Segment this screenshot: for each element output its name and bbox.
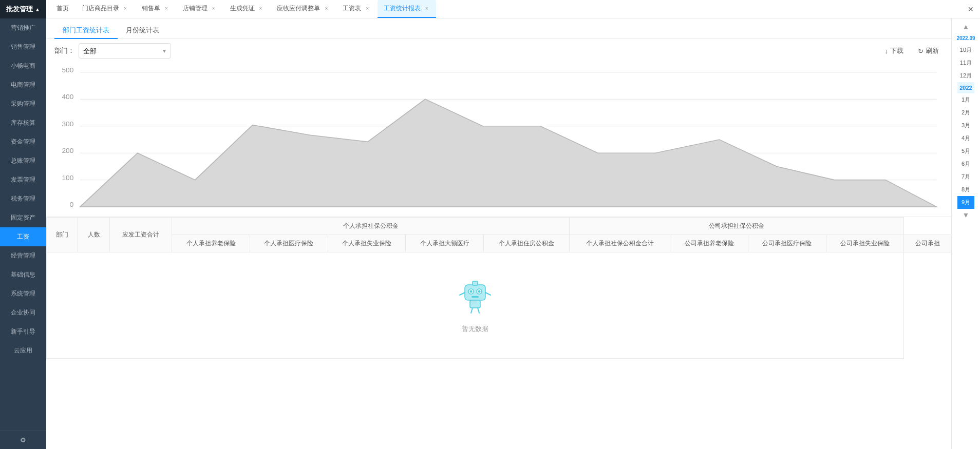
sidebar-header: 批发管理 ▲ — [0, 0, 46, 18]
svg-line-22 — [478, 308, 479, 313]
sub-tab-bar: 部门工资统计表 月份统计表 — [46, 18, 951, 39]
tab-label-ar-ap: 应收应付调整单 — [277, 4, 320, 13]
tab-close-payroll-report[interactable]: × — [424, 5, 430, 12]
dept-select[interactable]: 全部 — [79, 43, 171, 58]
svg-rect-18 — [472, 296, 479, 298]
th-total-salary: 应发工资合计 — [109, 218, 172, 252]
download-icon: ↓ — [885, 47, 889, 55]
month-item-2023-07[interactable]: 7月 — [957, 170, 974, 183]
sidebar-item-guide[interactable]: 新手引导 — [0, 322, 46, 341]
month-item-2022-11[interactable]: 11月 — [957, 56, 974, 69]
th-col-5: 个人承担社保公积金合计 — [569, 235, 670, 252]
tab-bar: 首页门店商品目录×销售单×店铺管理×生成凭证×应收应付调整单×工资表×工资统计报… — [46, 0, 980, 18]
sidebar-item-basic[interactable]: 基础信息 — [0, 265, 46, 284]
tab-close-payroll[interactable]: × — [364, 5, 370, 12]
empty-text: 暂无数据 — [462, 324, 488, 334]
download-button[interactable]: ↓ 下载 — [881, 44, 908, 57]
tab-voucher[interactable]: 生成凭证× — [224, 0, 270, 18]
month-year-display: 2022.09 — [952, 33, 980, 44]
empty-state: 暂无数据 — [53, 257, 897, 354]
month-item-2023-08[interactable]: 8月 — [957, 183, 974, 196]
sidebar-item-ecommerce[interactable]: 电商管理 — [0, 75, 46, 94]
sidebar-item-marketing[interactable]: 营销推广 — [0, 18, 46, 37]
month-panel: ▲ 2022.09 10月11月12月20221月2月3月4月5月6月7月8月9… — [951, 18, 980, 449]
th-personal-insurance-group: 个人承担社保公积金 — [172, 218, 569, 235]
tab-home[interactable]: 首页 — [50, 0, 75, 18]
sidebar-item-ecommerce-small[interactable]: 小畅电商 — [0, 56, 46, 75]
svg-text:500: 500 — [62, 67, 74, 74]
sidebar-arrow-icon: ▲ — [35, 7, 40, 12]
sidebar-item-tax[interactable]: 税务管理 — [0, 189, 46, 208]
dept-label: 部门： — [54, 46, 74, 55]
empty-robot-icon — [455, 277, 496, 318]
chart-area: 0 100 200 300 400 500 — [46, 63, 951, 217]
tab-close-voucher[interactable]: × — [258, 5, 264, 12]
tab-store-catalog[interactable]: 门店商品目录× — [76, 0, 135, 18]
chart-svg: 0 100 200 300 400 500 — [54, 67, 943, 212]
sidebar-item-cloud[interactable]: 云应用 — [0, 341, 46, 360]
dept-select-wrapper: 全部 ▼ — [79, 43, 171, 58]
tab-bar-actions: ✕ — [966, 4, 976, 14]
sidebar-item-assets[interactable]: 固定资产 — [0, 208, 46, 227]
svg-rect-13 — [470, 300, 480, 308]
month-item-2023-03[interactable]: 3月 — [957, 119, 974, 132]
tab-payroll-report[interactable]: 工资统计报表× — [378, 0, 436, 18]
th-col-0: 个人承担养老保险 — [172, 235, 250, 252]
close-all-icon[interactable]: ✕ — [966, 4, 976, 14]
tab-label-shop-manage: 店铺管理 — [183, 4, 208, 13]
svg-rect-23 — [473, 281, 478, 285]
sidebar-item-salary[interactable]: 工资 — [0, 227, 46, 246]
svg-text:300: 300 — [62, 121, 74, 128]
settings-icon: ⚙ — [20, 436, 26, 444]
th-col-7: 公司承担医疗保险 — [748, 235, 826, 252]
sidebar-item-ledger[interactable]: 总账管理 — [0, 151, 46, 170]
svg-line-20 — [485, 292, 491, 295]
sidebar-item-operations[interactable]: 经营管理 — [0, 246, 46, 265]
month-item-2023-04[interactable]: 4月 — [957, 132, 974, 145]
month-item-2023-05[interactable]: 5月 — [957, 145, 974, 158]
tab-dept-stats[interactable]: 部门工资统计表 — [54, 23, 118, 39]
sidebar-item-inventory[interactable]: 库存核算 — [0, 113, 46, 132]
tab-close-shop-manage[interactable]: × — [211, 5, 217, 12]
month-item-2023-02[interactable]: 2月 — [957, 106, 974, 119]
th-col-1: 个人承担医疗保险 — [250, 235, 328, 252]
tab-sales-order[interactable]: 销售单× — [136, 0, 176, 18]
refresh-button[interactable]: ↻ 刷新 — [914, 44, 943, 57]
sidebar-item-enterprise[interactable]: 企业协同 — [0, 303, 46, 322]
tab-close-store-catalog[interactable]: × — [122, 5, 128, 12]
month-nav-down[interactable]: ▼ — [952, 209, 980, 221]
svg-line-21 — [471, 308, 473, 313]
sidebar-item-invoice[interactable]: 发票管理 — [0, 170, 46, 189]
month-item-year-2022[interactable]: 2022 — [957, 82, 974, 93]
tab-payroll[interactable]: 工资表× — [336, 0, 376, 18]
table-empty-cell: 暂无数据 — [47, 252, 904, 359]
th-dept: 部门 — [47, 218, 78, 252]
month-item-2023-06[interactable]: 6月 — [957, 158, 974, 170]
toolbar: 部门： 全部 ▼ ↓ 下载 ↻ 刷新 — [46, 39, 951, 63]
sidebar-item-finance[interactable]: 资金管理 — [0, 132, 46, 151]
svg-text:200: 200 — [62, 147, 74, 154]
month-item-2022-10[interactable]: 10月 — [957, 44, 974, 56]
sidebar-item-purchase[interactable]: 采购管理 — [0, 94, 46, 113]
sidebar-item-sales[interactable]: 销售管理 — [0, 37, 46, 56]
refresh-label: 刷新 — [926, 46, 939, 55]
sidebar-settings[interactable]: ⚙ — [0, 431, 46, 449]
table-container[interactable]: 部门 人数 应发工资合计 个人承担社保公积金 公司承担社保公积金 个人承担养老保… — [46, 217, 951, 449]
svg-text:100: 100 — [62, 174, 74, 181]
month-nav-up[interactable]: ▲ — [952, 21, 980, 33]
tab-label-voucher: 生成凭证 — [230, 4, 255, 13]
svg-text:0: 0 — [70, 201, 74, 208]
content-area: 部门工资统计表 月份统计表 部门： 全部 ▼ ↓ — [46, 18, 980, 449]
month-item-2023-01[interactable]: 1月 — [957, 93, 974, 106]
tab-close-sales-order[interactable]: × — [163, 5, 169, 12]
data-table: 部门 人数 应发工资合计 个人承担社保公积金 公司承担社保公积金 个人承担养老保… — [46, 217, 951, 359]
month-item-2022-12[interactable]: 12月 — [957, 69, 974, 82]
tab-ar-ap[interactable]: 应收应付调整单× — [271, 0, 335, 18]
tab-month-stats[interactable]: 月份统计表 — [118, 23, 167, 39]
tab-close-ar-ap[interactable]: × — [323, 5, 329, 12]
tab-shop-manage[interactable]: 店铺管理× — [177, 0, 223, 18]
month-item-2023-09[interactable]: 9月 — [957, 196, 974, 209]
toolbar-left: 部门： 全部 ▼ — [54, 43, 171, 58]
sidebar-item-system[interactable]: 系统管理 — [0, 284, 46, 303]
svg-line-19 — [460, 292, 465, 295]
